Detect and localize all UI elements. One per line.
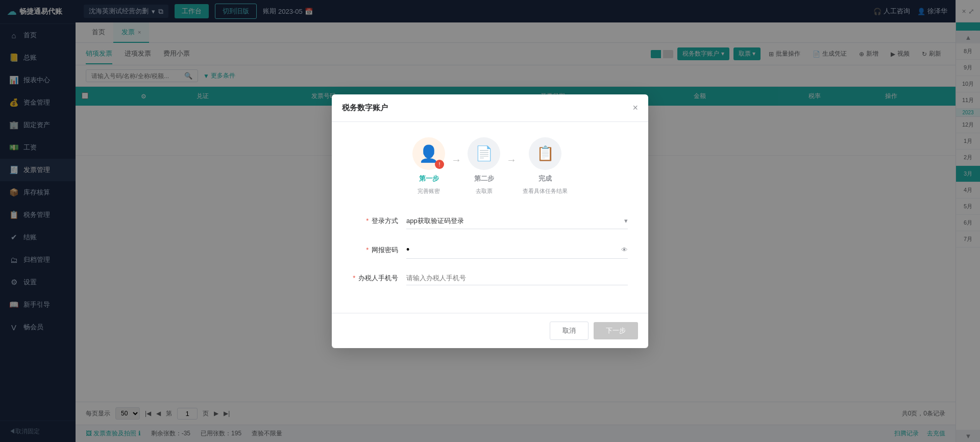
step-3-label: 完成: [538, 174, 552, 183]
step-3-circle: 📋: [529, 137, 561, 170]
dialog-body: 👤 ! 第一步 完善账密 → 📄 第二步 去取票 →: [332, 122, 648, 313]
required-mark: *: [366, 217, 369, 225]
required-mark-3: *: [353, 274, 355, 282]
step-3-icon: 📋: [536, 145, 554, 162]
step-1-badge: !: [435, 160, 444, 169]
phone-field: [406, 271, 628, 285]
login-method-value: app获取验证码登录: [406, 216, 464, 226]
step-2-sublabel: 去取票: [476, 187, 493, 195]
password-input[interactable]: [406, 244, 621, 255]
step-3: 📋 完成 查看具体任务结果: [523, 137, 568, 195]
step-2-label: 第二步: [474, 174, 494, 183]
password-label: * 网报密码: [352, 245, 398, 255]
phone-row: * 办税人手机号: [352, 271, 628, 285]
login-method-row: * 登录方式 app获取验证码登录 ▾: [352, 213, 628, 229]
steps: 👤 ! 第一步 完善账密 → 📄 第二步 去取票 →: [352, 137, 628, 195]
step-1-label: 第一步: [419, 174, 439, 183]
step-1-icon: 👤: [419, 144, 439, 163]
required-mark-2: *: [366, 246, 369, 254]
step-2-circle: 📄: [468, 137, 500, 170]
phone-label: * 办税人手机号: [352, 274, 398, 283]
login-method-select[interactable]: app获取验证码登录 ▾: [406, 213, 628, 229]
dialog-close-btn[interactable]: ×: [632, 103, 638, 113]
step-1-circle: 👤 !: [412, 137, 445, 170]
dialog-title: 税务数字账户: [342, 103, 388, 113]
step-1: 👤 ! 第一步 完善账密: [412, 137, 445, 195]
dialog-overlay: 税务数字账户 × 👤 ! 第一步 完善账密 → �: [0, 0, 980, 442]
eye-icon[interactable]: 👁: [621, 246, 628, 254]
password-row: * 网报密码 👁: [352, 241, 628, 259]
next-button[interactable]: 下一步: [594, 322, 638, 339]
login-method-label: * 登录方式: [352, 216, 398, 226]
step-arrow-1: →: [451, 154, 461, 178]
step-2-icon: 📄: [475, 145, 493, 162]
phone-input[interactable]: [406, 274, 628, 282]
select-arrow-icon: ▾: [624, 217, 628, 225]
step-1-sublabel: 完善账密: [418, 187, 440, 195]
tax-digital-dialog: 税务数字账户 × 👤 ! 第一步 完善账密 → �: [332, 94, 648, 348]
step-2: 📄 第二步 去取票: [468, 137, 500, 195]
step-3-sublabel: 查看具体任务结果: [523, 187, 568, 195]
dialog-header: 税务数字账户 ×: [332, 94, 648, 122]
dialog-footer: 取消 下一步: [332, 313, 648, 348]
password-field: 👁: [406, 241, 628, 259]
step-arrow-2: →: [506, 154, 517, 178]
cancel-button[interactable]: 取消: [550, 322, 589, 340]
